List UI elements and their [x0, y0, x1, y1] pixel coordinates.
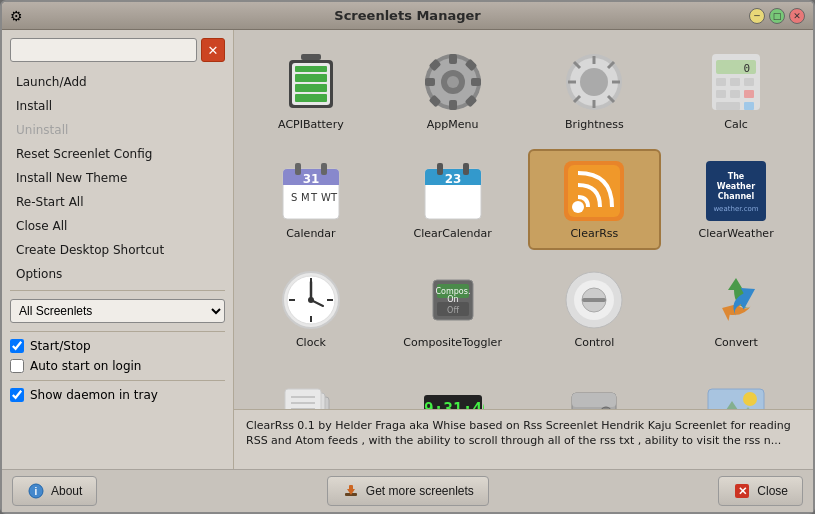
svg-text:0: 0 [744, 62, 751, 75]
diskusage-icon [562, 377, 626, 409]
grid-item-convert[interactable]: Convert [669, 258, 803, 359]
divider-1 [10, 290, 225, 291]
get-more-button[interactable]: Get more screenlets [327, 476, 489, 506]
convert-icon [704, 268, 768, 332]
clock-icon [279, 268, 343, 332]
appmenu-icon [421, 50, 485, 114]
grid-item-clock[interactable]: Clock [244, 258, 378, 359]
acpibattery-label: ACPIBattery [278, 118, 344, 131]
clock-label: Clock [296, 336, 326, 349]
maximize-button[interactable]: □ [769, 8, 785, 24]
clear-search-button[interactable]: ✕ [201, 38, 225, 62]
title-bar: ⚙ Screenlets Manager ─ □ ✕ [2, 2, 813, 30]
compositetoggler-icon: Compos. On Off [421, 268, 485, 332]
svg-rect-39 [716, 102, 740, 110]
minimize-button[interactable]: ─ [749, 8, 765, 24]
sidebar-item-install[interactable]: Install [10, 94, 225, 118]
download-icon [342, 482, 360, 500]
svg-rect-3 [295, 94, 327, 102]
svg-rect-0 [301, 54, 321, 60]
brightness-icon [562, 50, 626, 114]
control-icon [562, 268, 626, 332]
svg-text:T: T [330, 192, 338, 203]
main-window: ⚙ Screenlets Manager ─ □ ✕ ✕ Launch/Add … [0, 0, 815, 514]
grid-item-evolutioncontacts[interactable]: EvolutionContacts [669, 367, 803, 409]
svg-text:Weather: Weather [717, 182, 755, 191]
filter-select[interactable]: All Screenlets Running Not Running [10, 299, 225, 323]
grid-item-clearrss[interactable]: ClearRss [528, 149, 662, 250]
grid-item-control[interactable]: Control [528, 258, 662, 359]
sidebar-item-options[interactable]: Options [10, 262, 225, 286]
svg-rect-40 [744, 102, 754, 110]
svg-text:M: M [301, 192, 310, 203]
sidebar-item-reset-config[interactable]: Reset Screenlet Config [10, 142, 225, 166]
sidebar-item-launch-add[interactable]: Launch/Add [10, 70, 225, 94]
svg-rect-38 [744, 90, 754, 98]
digiclock-icon: 19:31:46 [421, 377, 485, 409]
grid-item-acpibattery[interactable]: ACPIBattery [244, 40, 378, 141]
sidebar-item-install-new-theme[interactable]: Install New Theme [10, 166, 225, 190]
svg-text:31: 31 [303, 172, 320, 186]
sidebar-item-restart-all[interactable]: Re-Start All [10, 190, 225, 214]
svg-text:weather.com: weather.com [714, 205, 759, 213]
grid-item-calc[interactable]: 0 Calc [669, 40, 803, 141]
svg-rect-84 [582, 298, 606, 302]
svg-point-60 [572, 201, 584, 213]
divider-3 [10, 380, 225, 381]
grid-item-calendar[interactable]: 31 S M T W T Calendar [244, 149, 378, 250]
sidebar-item-create-shortcut[interactable]: Create Desktop Shortcut [10, 238, 225, 262]
svg-rect-37 [730, 90, 740, 98]
close-btn-icon: ✕ [733, 482, 751, 500]
screenlets-grid[interactable]: ACPIBattery [234, 30, 813, 409]
grid-item-diskusage[interactable]: Diskusage [528, 367, 662, 409]
show-daemon-label: Show daemon in tray [30, 388, 158, 402]
show-daemon-row: Show daemon in tray [10, 385, 225, 405]
grid-item-digiclock[interactable]: 19:31:46 DigiClock [386, 367, 520, 409]
grid-item-appmenu[interactable]: AppMenu [386, 40, 520, 141]
grid-item-clearcalendar[interactable]: 23 ClearCalendar [386, 149, 520, 250]
copystack-icon [279, 377, 343, 409]
show-daemon-checkbox[interactable] [10, 388, 24, 402]
svg-point-18 [447, 76, 459, 88]
svg-text:Off: Off [447, 306, 459, 315]
control-label: Control [574, 336, 614, 349]
svg-text:T: T [310, 192, 318, 203]
clearcalendar-label: ClearCalendar [414, 227, 492, 240]
window-close-button[interactable]: ✕ [789, 8, 805, 24]
convert-label: Convert [714, 336, 758, 349]
svg-rect-46 [321, 163, 327, 175]
title-bar-buttons: ─ □ ✕ [749, 8, 805, 24]
start-stop-row: Start/Stop [10, 336, 225, 356]
grid-item-compositetoggler[interactable]: Compos. On Off CompositeToggler [386, 258, 520, 359]
svg-text:✕: ✕ [738, 485, 747, 497]
close-label: Close [757, 484, 788, 498]
window-menu-icon[interactable]: ⚙ [10, 8, 23, 24]
svg-rect-45 [295, 163, 301, 175]
search-input[interactable] [10, 38, 197, 62]
svg-rect-34 [730, 78, 740, 86]
bottom-bar: i About Get more screenlets ✕ [2, 469, 813, 512]
auto-start-label: Auto start on login [30, 359, 141, 373]
sidebar: ✕ Launch/Add Install Uninstall Reset Scr… [2, 30, 234, 469]
grid-item-clearweather[interactable]: The Weather Channel weather.com ClearWea… [669, 149, 803, 250]
clearrss-icon [562, 159, 626, 223]
svg-text:S: S [291, 192, 297, 203]
svg-point-21 [580, 68, 608, 96]
sidebar-item-close-all[interactable]: Close All [10, 214, 225, 238]
auto-start-checkbox[interactable] [10, 359, 24, 373]
content-area: ✕ Launch/Add Install Uninstall Reset Scr… [2, 30, 813, 469]
start-stop-label: Start/Stop [30, 339, 91, 353]
close-button[interactable]: ✕ Close [718, 476, 803, 506]
calc-label: Calc [724, 118, 748, 131]
svg-rect-87 [285, 389, 321, 409]
grid-item-copystack[interactable]: CopyStack [244, 367, 378, 409]
appmenu-label: AppMenu [427, 118, 479, 131]
calc-icon: 0 [704, 50, 768, 114]
grid-item-brightness[interactable]: Brightness [528, 40, 662, 141]
svg-rect-11 [425, 78, 435, 86]
svg-rect-36 [716, 90, 726, 98]
evolutioncontacts-icon [704, 377, 768, 409]
start-stop-checkbox[interactable] [10, 339, 24, 353]
get-more-label: Get more screenlets [366, 484, 474, 498]
about-button[interactable]: i About [12, 476, 97, 506]
